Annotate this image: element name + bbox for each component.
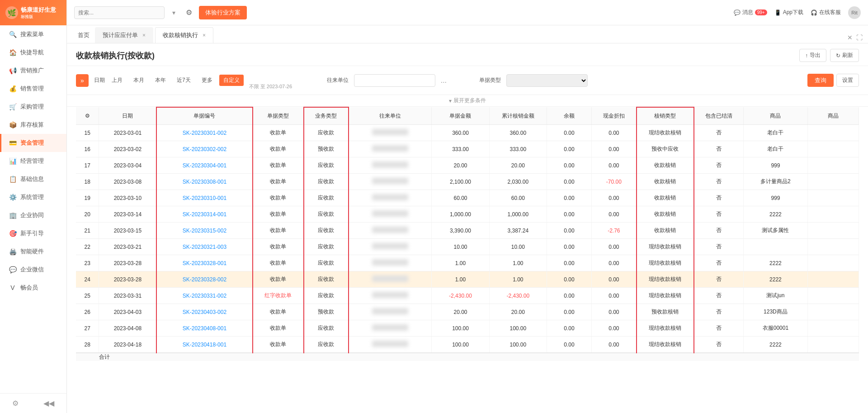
sidebar-collapse-btn[interactable]: ◀◀ bbox=[40, 397, 58, 409]
th-bill-no: 单据编号 bbox=[156, 107, 252, 125]
sidebar-item-search[interactable]: 🔍 搜索菜单 bbox=[0, 25, 66, 43]
tabbar-close-btn[interactable]: ✕ bbox=[847, 34, 853, 41]
bill-no-link[interactable]: SK-20230321-003 bbox=[183, 244, 226, 250]
topbar-msg-item[interactable]: 💬 消息 99+ bbox=[734, 9, 767, 16]
bill-no-link[interactable]: SK-20230331-002 bbox=[183, 293, 226, 299]
row-amount: 60.00 bbox=[432, 190, 489, 206]
tabbar-expand-btn[interactable]: ⛶ bbox=[856, 34, 863, 41]
row-discount: 0.00 bbox=[592, 304, 637, 320]
sidebar-item-operation[interactable]: 📊 经营管理 bbox=[0, 152, 66, 170]
row-amount: 2,100.00 bbox=[432, 174, 489, 190]
tab-collection[interactable]: 收款核销执行 × bbox=[155, 27, 213, 43]
row-bill-type: 收款单 bbox=[253, 239, 304, 255]
row-index: 27 bbox=[76, 320, 99, 337]
row-biz-type: 应收款 bbox=[304, 271, 349, 288]
row-bill-no: SK-20230321-003 bbox=[156, 239, 252, 255]
row-bill-no: SK-20230315-002 bbox=[156, 223, 252, 239]
row-biz-type: 预收款 bbox=[304, 141, 349, 157]
sidebar-item-capital[interactable]: 💳 资金管理 bbox=[0, 134, 66, 152]
topbar-app-item[interactable]: 📱 App下载 bbox=[774, 9, 803, 16]
filter-bill-type-select[interactable] bbox=[506, 74, 588, 87]
export-btn[interactable]: ↑ 导出 bbox=[799, 49, 826, 62]
footer-close-type bbox=[637, 353, 694, 361]
expand-more-btn[interactable]: ▾ 展开更多条件 bbox=[449, 97, 486, 104]
sidebar-item-basic[interactable]: 📋 基础信息 bbox=[0, 170, 66, 188]
row-cumulative: -2,430.00 bbox=[489, 288, 547, 304]
bill-no-link[interactable]: SK-20230304-001 bbox=[183, 162, 226, 169]
sidebar-item-inventory[interactable]: 📦 库存核算 bbox=[0, 116, 66, 134]
sidebar-item-quick[interactable]: 🏠 快捷导航 bbox=[0, 43, 66, 62]
bill-no-link[interactable]: SK-20230301-002 bbox=[183, 130, 226, 136]
row-index: 16 bbox=[76, 141, 99, 157]
row-goods: 2222 bbox=[744, 206, 808, 223]
row-balance: 0.00 bbox=[547, 304, 592, 320]
filter-this-year-btn[interactable]: 本年 bbox=[151, 75, 170, 86]
table-row: 23 2023-03-28 SK-20230328-001 收款单 应收款 1.… bbox=[76, 255, 859, 271]
sidebar-item-member[interactable]: V 畅会员 bbox=[0, 279, 66, 297]
topbar-avatar[interactable]: Rit bbox=[848, 6, 861, 19]
tab-collection-close[interactable]: × bbox=[203, 32, 206, 38]
tab-prepay-close[interactable]: × bbox=[142, 32, 146, 38]
filter-last7-btn[interactable]: 近7天 bbox=[173, 75, 195, 86]
sidebar-item-sales[interactable]: 💰 销售管理 bbox=[0, 80, 66, 98]
bill-no-link[interactable]: SK-20230308-001 bbox=[183, 179, 226, 185]
bill-no-link[interactable]: SK-20230328-001 bbox=[183, 260, 226, 266]
row-goods: 999 bbox=[744, 157, 808, 174]
refresh-btn[interactable]: ↻ 刷新 bbox=[830, 49, 859, 62]
sidebar-item-label: 营销推广 bbox=[20, 66, 44, 75]
sidebar-item-label: 智能硬件 bbox=[20, 247, 44, 256]
filter-more-btn[interactable]: 更多 bbox=[198, 75, 217, 86]
bill-no-link[interactable]: SK-20230408-001 bbox=[183, 325, 226, 332]
row-close-type: 现结收款核销 bbox=[637, 255, 694, 271]
bill-no-link[interactable]: SK-20230328-002 bbox=[183, 276, 226, 283]
sidebar-item-system[interactable]: ⚙️ 系统管理 bbox=[0, 188, 66, 206]
bill-no-link[interactable]: SK-20230314-001 bbox=[183, 211, 226, 218]
table-container[interactable]: ⚙ 日期 单据编号 单据类型 业务类型 往来单位 单据金额 累计核销金额 余额 … bbox=[67, 107, 868, 413]
topbar: ▾ ⚙ 体验行业方案 💬 消息 99+ 📱 App下载 🎧 在线客服 Rit bbox=[67, 0, 868, 25]
filter-this-month-btn[interactable]: 本月 bbox=[129, 75, 148, 86]
row-include-settled: 否 bbox=[694, 157, 744, 174]
topbar-gear-btn[interactable]: ⚙ bbox=[183, 6, 195, 19]
filter-query-btn[interactable]: 查询 bbox=[807, 74, 834, 87]
th-settings[interactable]: ⚙ bbox=[76, 107, 99, 125]
table-settings-icon[interactable]: ⚙ bbox=[85, 113, 90, 119]
filter-last-month-btn[interactable]: 上月 bbox=[108, 75, 127, 86]
sidebar-item-wechat[interactable]: 💬 企业微信 bbox=[0, 261, 66, 279]
row-goods: 2222 bbox=[744, 337, 808, 353]
sidebar-item-marketing[interactable]: 📢 营销推广 bbox=[0, 62, 66, 80]
filter-settings-btn[interactable]: 设置 bbox=[836, 74, 859, 87]
topbar-search-input[interactable] bbox=[74, 6, 165, 19]
row-amount: 1.00 bbox=[432, 271, 489, 288]
tab-home[interactable]: 首页 bbox=[72, 28, 95, 43]
row-index: 20 bbox=[76, 206, 99, 223]
sidebar-item-hardware[interactable]: 🖨️ 智能硬件 bbox=[0, 242, 66, 261]
partner-blurred bbox=[372, 275, 408, 282]
row-index: 21 bbox=[76, 223, 99, 239]
row-biz-type: 应收款 bbox=[304, 190, 349, 206]
bill-no-link[interactable]: SK-20230403-002 bbox=[183, 309, 226, 315]
row-goods: 123D商品 bbox=[744, 304, 808, 320]
sidebar-item-guide[interactable]: 🎯 新手引导 bbox=[0, 224, 66, 242]
row-bill-type: 收款单 bbox=[253, 190, 304, 206]
footer-empty bbox=[76, 353, 99, 361]
bill-no-link[interactable]: SK-20230310-001 bbox=[183, 195, 226, 201]
sidebar-item-enterprise[interactable]: 🏢 企业协同 bbox=[0, 206, 66, 224]
filter-partner-input[interactable] bbox=[354, 74, 435, 87]
sidebar-item-purchase[interactable]: 🛒 采购管理 bbox=[0, 98, 66, 116]
sidebar-settings-btn[interactable]: ⚙ bbox=[9, 397, 22, 409]
topbar-solution-btn[interactable]: 体验行业方案 bbox=[199, 6, 247, 19]
filter-actions: 查询 设置 bbox=[807, 74, 859, 87]
filter-expand-btn[interactable]: » bbox=[76, 74, 89, 87]
topbar-service-item[interactable]: 🎧 在线客服 bbox=[811, 9, 841, 16]
partner-blurred bbox=[372, 145, 408, 152]
bill-no-link[interactable]: SK-20230315-002 bbox=[183, 228, 226, 234]
page-title: 收款核销执行(按收款) bbox=[76, 50, 155, 61]
tab-prepay[interactable]: 预计应应付单 × bbox=[95, 27, 153, 43]
topbar-dropdown-btn[interactable]: ▾ bbox=[168, 7, 179, 18]
bill-no-link[interactable]: SK-20230418-001 bbox=[183, 342, 226, 348]
row-close-type: 收款核销 bbox=[637, 223, 694, 239]
bill-no-link[interactable]: SK-20230302-002 bbox=[183, 146, 226, 152]
row-amount: 360.00 bbox=[432, 125, 489, 141]
row-balance: 0.00 bbox=[547, 125, 592, 141]
filter-custom-btn[interactable]: 自定义 bbox=[219, 75, 244, 86]
